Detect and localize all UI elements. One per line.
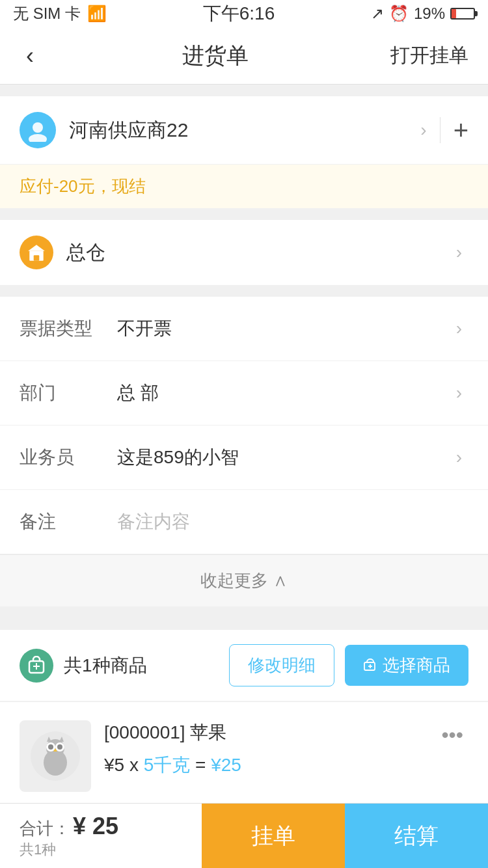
remark-row[interactable]: 备注 备注内容 xyxy=(0,490,488,554)
product-unit-price: ¥5 xyxy=(104,755,124,775)
supplier-name: 河南供应商22 xyxy=(69,117,420,144)
salesperson-value: 这是859的小智 xyxy=(111,445,456,470)
edit-detail-button[interactable]: 修改明细 xyxy=(229,644,334,686)
divider-2 xyxy=(0,208,488,220)
add-button[interactable]: + xyxy=(440,117,468,143)
main-content: 河南供应商22 › + 应付-20元，现结 总仓 › 票据类型 不开票 xyxy=(0,85,488,868)
svg-point-1 xyxy=(29,134,47,142)
warehouse-chevron-icon: › xyxy=(456,242,462,263)
battery-icon xyxy=(450,8,475,20)
checkout-button[interactable]: 结算 xyxy=(345,804,488,868)
collapse-bar[interactable]: 收起更多 ∧ xyxy=(0,554,488,606)
department-chevron: › xyxy=(456,383,462,403)
price-multiply: x xyxy=(129,755,144,775)
svg-point-0 xyxy=(33,122,43,133)
product-info: [0000001] 苹果 ¥5 x 5千克 = ¥25 xyxy=(104,720,423,778)
location-icon: ↗ xyxy=(371,5,384,23)
product-item: [0000001] 苹果 ¥5 x 5千克 = ¥25 ••• xyxy=(0,702,488,810)
divider-1 xyxy=(0,85,488,96)
total-amount: ¥ 25 xyxy=(73,813,118,840)
supplier-row[interactable]: 河南供应商22 › + xyxy=(0,96,488,165)
svg-point-17 xyxy=(57,744,62,750)
supplier-chevron-icon: › xyxy=(420,120,426,141)
department-value: 总 部 xyxy=(111,381,456,405)
status-time: 下午6:16 xyxy=(203,1,275,26)
alarm-icon: ⏰ xyxy=(389,5,409,23)
products-svg xyxy=(27,656,46,675)
product-thumbnail xyxy=(20,720,91,792)
department-label: 部门 xyxy=(20,381,111,405)
nav-bar: ‹ 进货单 打开挂单 xyxy=(0,27,488,85)
total-sub: 共1种 xyxy=(20,840,182,860)
product-name: [0000001] 苹果 xyxy=(104,720,423,745)
status-right: ↗ ⏰ 19% xyxy=(371,5,475,23)
status-left: 无 SIM 卡 📶 xyxy=(13,3,107,24)
invoice-type-label: 票据类型 xyxy=(20,316,111,341)
warehouse-svg xyxy=(27,243,46,262)
notice-bar: 应付-20元，现结 xyxy=(0,165,488,208)
invoice-type-value: 不开票 xyxy=(111,316,456,341)
product-total: ¥25 xyxy=(211,755,241,775)
warehouse-icon xyxy=(20,236,53,269)
wifi-icon: 📶 xyxy=(87,5,107,23)
avatar-icon xyxy=(26,118,49,142)
products-count: 共1种商品 xyxy=(64,653,219,678)
footer: 合计： ¥ 25 共1种 挂单 结算 xyxy=(0,803,488,868)
cart-icon xyxy=(363,658,377,673)
divider-3 xyxy=(0,285,488,297)
divider-4 xyxy=(0,606,488,618)
products-header: 共1种商品 修改明细 选择商品 xyxy=(0,630,488,701)
back-button[interactable]: ‹ xyxy=(20,36,40,76)
salesperson-chevron: › xyxy=(456,447,462,468)
salesperson-row[interactable]: 业务员 这是859的小智 › xyxy=(0,426,488,490)
status-bar: 无 SIM 卡 📶 下午6:16 ↗ ⏰ 19% xyxy=(0,0,488,27)
total-label: 合计： xyxy=(20,817,70,840)
warehouse-name: 总仓 xyxy=(66,239,456,266)
salesperson-label: 业务员 xyxy=(20,445,111,470)
svg-rect-4 xyxy=(34,255,40,261)
products-icon xyxy=(20,649,53,683)
form-section: 票据类型 不开票 › 部门 总 部 › 业务员 这是859的小智 › 备注 备注… xyxy=(0,297,488,554)
battery-percent: 19% xyxy=(414,5,445,23)
price-equals: = xyxy=(195,755,211,775)
select-product-button[interactable]: 选择商品 xyxy=(345,645,468,686)
open-pending-button[interactable]: 打开挂单 xyxy=(390,42,468,69)
supplier-section: 河南供应商22 › + 应付-20元，现结 xyxy=(0,96,488,208)
supplier-avatar xyxy=(20,112,56,148)
product-quantity: 5千克 xyxy=(144,755,191,775)
invoice-type-row[interactable]: 票据类型 不开票 › xyxy=(0,297,488,361)
invoice-type-chevron: › xyxy=(456,318,462,339)
product-more-button[interactable]: ••• xyxy=(436,720,468,750)
remark-value[interactable]: 备注内容 xyxy=(111,509,468,534)
warehouse-section: 总仓 › xyxy=(0,220,488,285)
pending-button[interactable]: 挂单 xyxy=(202,804,345,868)
page-title: 进货单 xyxy=(182,41,249,71)
svg-marker-3 xyxy=(28,245,45,251)
svg-point-16 xyxy=(48,744,53,750)
product-thumb-svg xyxy=(29,730,81,782)
footer-total: 合计： ¥ 25 共1种 xyxy=(0,813,202,860)
warehouse-row[interactable]: 总仓 › xyxy=(0,220,488,285)
remark-label: 备注 xyxy=(20,509,111,534)
product-name-text: 苹果 xyxy=(190,722,226,742)
carrier-text: 无 SIM 卡 xyxy=(13,3,81,24)
product-code: [0000001] xyxy=(104,722,185,742)
department-row[interactable]: 部门 总 部 › xyxy=(0,361,488,426)
product-price: ¥5 x 5千克 = ¥25 xyxy=(104,753,423,778)
